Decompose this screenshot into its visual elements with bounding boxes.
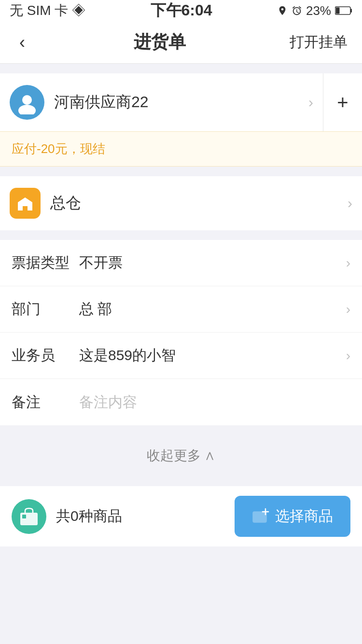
select-product-label: 选择商品 [275,506,333,526]
remark-input[interactable]: 备注内容 [79,392,350,412]
invoice-value: 不开票 [79,253,346,273]
remark-label: 备注 [12,392,79,412]
product-icon-container [12,499,46,534]
supplier-selector[interactable]: 河南供应商22 › [0,73,323,131]
page-background [0,546,362,644]
svg-point-4 [18,105,36,114]
alarm-icon [292,5,302,16]
warehouse-chevron-icon: › [348,195,352,211]
supplier-name: 河南供应商22 [54,92,304,113]
collapse-label: 收起更多 ∧ [147,447,216,465]
svg-rect-5 [24,207,27,210]
department-label: 部门 [12,299,79,319]
add-supplier-button[interactable]: + [323,80,362,125]
battery-level: 23% [306,3,331,18]
warehouse-section[interactable]: 总仓 › [0,176,362,230]
status-time: 下午6:04 [151,0,212,21]
department-chevron-icon: › [346,302,350,317]
location-icon [277,5,288,16]
open-pending-button[interactable]: 打开挂单 [290,32,348,52]
product-count: 共0种商品 [56,506,225,526]
nav-bar: ‹ 进货单 打开挂单 [0,21,362,64]
invoice-label: 票据类型 [12,253,79,273]
supplier-avatar [10,85,44,120]
product-icon [18,506,40,527]
salesman-label: 业务员 [12,346,79,365]
supplier-chevron-icon: › [308,94,313,111]
invoice-chevron-icon: › [346,255,350,271]
back-button[interactable]: ‹ [14,28,30,57]
status-right: 23% [277,3,352,18]
salesman-value: 这是859的小智 [79,346,346,365]
svg-rect-6 [20,513,38,525]
bottom-bar: 共0种商品 选择商品 [0,486,362,546]
svg-rect-2 [350,9,352,13]
select-product-button[interactable]: 选择商品 [235,496,350,537]
remark-row[interactable]: 备注 备注内容 [0,379,362,425]
supplier-section: 河南供应商22 › + [0,73,362,131]
salesman-row[interactable]: 业务员 这是859的小智 › [0,333,362,379]
select-product-icon [252,508,269,525]
status-bar: 无 SIM 卡 ◈ 下午6:04 23% [0,0,362,21]
invoice-row[interactable]: 票据类型 不开票 › [0,240,362,286]
notice-text: 应付-20元，现结 [12,141,105,156]
status-left: 无 SIM 卡 ◈ [10,1,85,20]
warehouse-icon-container [10,188,41,219]
warehouse-name: 总仓 [50,193,343,214]
svg-rect-1 [336,8,340,14]
department-row[interactable]: 部门 总 部 › [0,286,362,333]
warehouse-icon [15,194,35,213]
top-divider [0,64,362,73]
svg-point-3 [22,95,32,105]
form-section: 票据类型 不开票 › 部门 总 部 › 业务员 这是859的小智 › 备注 备注… [0,240,362,425]
svg-rect-7 [22,515,26,518]
department-value: 总 部 [79,299,346,319]
page-title: 进货单 [134,30,186,54]
collapse-button[interactable]: 收起更多 ∧ [0,435,362,476]
svg-rect-8 [253,512,266,522]
salesman-chevron-icon: › [346,348,350,364]
battery-icon [335,6,352,15]
notice-banner: 应付-20元，现结 [0,131,362,167]
